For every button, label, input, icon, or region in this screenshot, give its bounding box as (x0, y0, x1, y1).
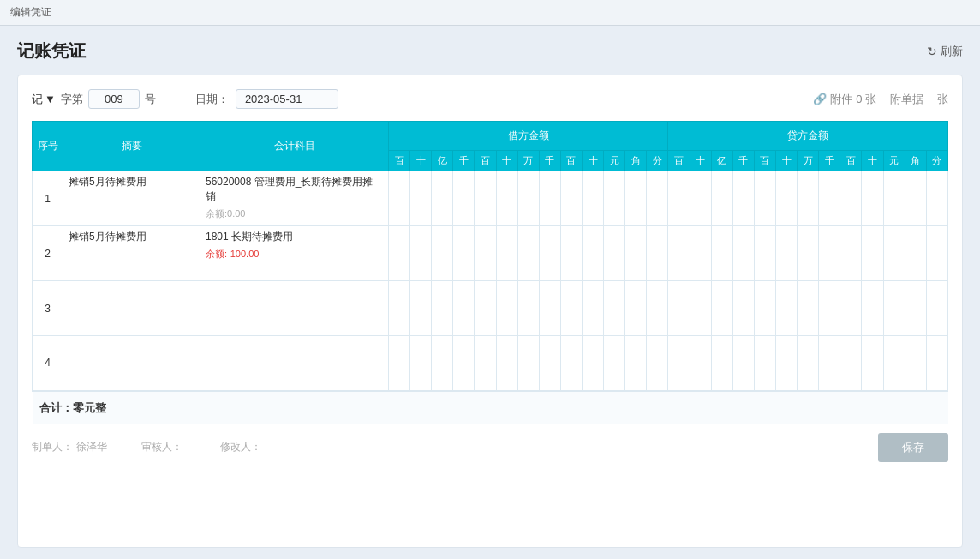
debit-cell-3-8[interactable] (560, 336, 582, 391)
debit-cell-3-0[interactable] (389, 336, 410, 391)
summary-cell-1[interactable]: 摊销5月待摊费用 (63, 226, 200, 281)
debit-cell-0-11[interactable] (625, 171, 647, 226)
debit-cell-2-6[interactable] (517, 281, 539, 336)
credit-cell-3-9[interactable] (862, 336, 883, 391)
credit-cell-2-7[interactable] (819, 281, 840, 336)
credit-cell-1-5[interactable] (775, 226, 797, 281)
debit-cell-2-4[interactable] (475, 281, 496, 336)
debit-cell-1-0[interactable] (389, 226, 410, 281)
debit-cell-3-9[interactable] (582, 336, 603, 391)
credit-cell-1-3[interactable] (732, 226, 754, 281)
summary-cell-0[interactable]: 摊销5月待摊费用 (63, 171, 200, 226)
credit-cell-2-12[interactable] (926, 281, 947, 336)
credit-cell-0-0[interactable] (668, 171, 690, 226)
debit-cell-3-12[interactable] (647, 336, 668, 391)
debit-cell-2-11[interactable] (625, 281, 647, 336)
debit-cell-3-3[interactable] (453, 336, 475, 391)
credit-cell-0-3[interactable] (732, 171, 754, 226)
credit-cell-1-10[interactable] (883, 226, 905, 281)
credit-cell-0-8[interactable] (840, 171, 862, 226)
credit-cell-1-9[interactable] (862, 226, 883, 281)
credit-cell-0-5[interactable] (775, 171, 797, 226)
debit-cell-0-9[interactable] (582, 171, 603, 226)
credit-cell-2-1[interactable] (690, 281, 711, 336)
credit-cell-0-7[interactable] (819, 171, 840, 226)
credit-cell-2-4[interactable] (754, 281, 775, 336)
debit-cell-3-5[interactable] (496, 336, 517, 391)
credit-cell-3-7[interactable] (819, 336, 840, 391)
credit-cell-1-1[interactable] (690, 226, 711, 281)
credit-cell-2-2[interactable] (711, 281, 732, 336)
credit-cell-2-5[interactable] (775, 281, 797, 336)
account-cell-1[interactable]: 1801 长期待摊费用余额:-100.00 (200, 226, 389, 281)
credit-cell-3-11[interactable] (905, 336, 926, 391)
debit-cell-3-1[interactable] (410, 336, 432, 391)
debit-cell-1-10[interactable] (604, 226, 625, 281)
debit-cell-2-5[interactable] (496, 281, 517, 336)
account-cell-3[interactable] (200, 336, 389, 391)
credit-cell-2-10[interactable] (883, 281, 905, 336)
credit-cell-3-2[interactable] (711, 336, 732, 391)
ji-select[interactable]: 记 ▼ (32, 92, 56, 107)
debit-cell-0-4[interactable] (475, 171, 496, 226)
credit-cell-2-8[interactable] (840, 281, 862, 336)
debit-cell-2-10[interactable] (604, 281, 625, 336)
credit-cell-3-6[interactable] (798, 336, 819, 391)
credit-cell-0-11[interactable] (905, 171, 926, 226)
debit-cell-1-5[interactable] (496, 226, 517, 281)
debit-cell-2-12[interactable] (647, 281, 668, 336)
credit-cell-0-4[interactable] (754, 171, 775, 226)
credit-cell-0-1[interactable] (690, 171, 711, 226)
debit-cell-2-3[interactable] (453, 281, 475, 336)
debit-cell-1-8[interactable] (560, 226, 582, 281)
account-cell-2[interactable] (200, 281, 389, 336)
account-cell-0[interactable]: 56020008 管理费用_长期待摊费用摊销余额:0.00 (200, 171, 389, 226)
debit-cell-0-2[interactable] (432, 171, 453, 226)
debit-cell-0-8[interactable] (560, 171, 582, 226)
credit-cell-1-0[interactable] (668, 226, 690, 281)
debit-cell-1-3[interactable] (453, 226, 475, 281)
credit-cell-1-12[interactable] (926, 226, 947, 281)
credit-cell-3-1[interactable] (690, 336, 711, 391)
save-button[interactable]: 保存 (878, 433, 948, 462)
credit-cell-2-11[interactable] (905, 281, 926, 336)
credit-cell-2-6[interactable] (798, 281, 819, 336)
debit-cell-0-10[interactable] (604, 171, 625, 226)
credit-cell-1-11[interactable] (905, 226, 926, 281)
debit-cell-2-2[interactable] (432, 281, 453, 336)
debit-cell-2-8[interactable] (560, 281, 582, 336)
debit-cell-0-6[interactable] (517, 171, 539, 226)
credit-cell-3-3[interactable] (732, 336, 754, 391)
fudan-button[interactable]: 附单据 (890, 92, 923, 107)
debit-cell-1-4[interactable] (475, 226, 496, 281)
debit-cell-2-9[interactable] (582, 281, 603, 336)
debit-cell-3-2[interactable] (432, 336, 453, 391)
debit-cell-1-1[interactable] (410, 226, 432, 281)
debit-cell-2-0[interactable] (389, 281, 410, 336)
credit-cell-1-8[interactable] (840, 226, 862, 281)
debit-cell-2-1[interactable] (410, 281, 432, 336)
debit-cell-3-7[interactable] (539, 336, 560, 391)
credit-cell-0-9[interactable] (862, 171, 883, 226)
credit-cell-3-10[interactable] (883, 336, 905, 391)
summary-cell-3[interactable] (63, 336, 200, 391)
date-input[interactable] (236, 89, 338, 109)
credit-cell-2-9[interactable] (862, 281, 883, 336)
credit-cell-3-4[interactable] (754, 336, 775, 391)
credit-cell-1-6[interactable] (798, 226, 819, 281)
debit-cell-3-11[interactable] (625, 336, 647, 391)
credit-cell-0-6[interactable] (798, 171, 819, 226)
attachment-button[interactable]: 🔗 附件 0 张 (813, 92, 876, 107)
debit-cell-0-12[interactable] (647, 171, 668, 226)
credit-cell-3-12[interactable] (926, 336, 947, 391)
credit-cell-2-3[interactable] (732, 281, 754, 336)
credit-cell-1-2[interactable] (711, 226, 732, 281)
debit-cell-3-4[interactable] (475, 336, 496, 391)
credit-cell-2-0[interactable] (668, 281, 690, 336)
credit-cell-0-2[interactable] (711, 171, 732, 226)
debit-cell-0-0[interactable] (389, 171, 410, 226)
debit-cell-1-2[interactable] (432, 226, 453, 281)
debit-cell-3-6[interactable] (517, 336, 539, 391)
refresh-button[interactable]: ↻ 刷新 (927, 44, 963, 59)
debit-cell-3-10[interactable] (604, 336, 625, 391)
